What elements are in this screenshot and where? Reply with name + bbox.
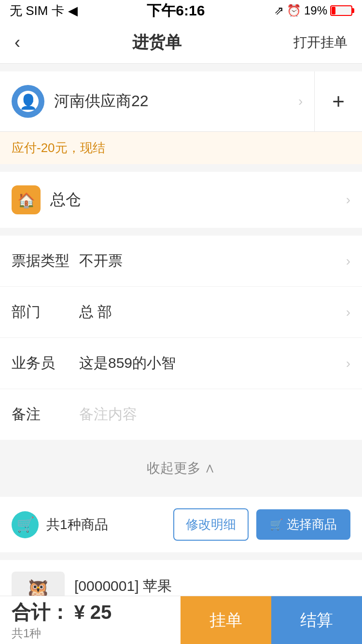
sales-label: 业务员	[12, 353, 79, 373]
total-amount: 合计： ¥ 25	[12, 599, 169, 626]
select-product-button[interactable]: 🛒 选择商品	[256, 509, 350, 540]
sim-label: 无 SIM 卡	[10, 2, 64, 19]
supplier-name: 河南供应商22	[54, 91, 298, 112]
remark-row[interactable]: 备注 备注内容	[0, 389, 362, 440]
warehouse-name: 总仓	[50, 189, 346, 210]
dept-chevron: ›	[346, 305, 350, 320]
open-pending-button[interactable]: 打开挂单	[293, 33, 348, 52]
select-product-label: 选择商品	[287, 516, 337, 533]
products-count: 共1种商品	[46, 516, 166, 534]
cart-icon: 🛒	[16, 516, 34, 533]
chevron-right-icon: ›	[298, 94, 303, 109]
supplier-section: 👤 河南供应商22 › +	[0, 71, 362, 132]
alarm-icon: ⏰	[287, 4, 301, 17]
status-time: 下午6:16	[147, 1, 205, 21]
warehouse-icon-wrap: 🏠	[12, 185, 41, 214]
products-header: 🛒 共1种商品 修改明细 🛒 选择商品	[0, 497, 362, 552]
notice-bar: 应付-20元，现结	[0, 132, 362, 164]
sales-chevron: ›	[346, 356, 350, 371]
status-right: ⇗ ⏰ 19%	[274, 4, 352, 17]
supplier-select[interactable]: 👤 河南供应商22 ›	[0, 71, 315, 131]
form-section: 票据类型 不开票 › 部门 总 部 › 业务员 这是859的小智 › 备注 备注…	[0, 236, 362, 440]
dept-value: 总 部	[79, 302, 346, 322]
product-name: [0000001] 苹果	[74, 576, 312, 596]
product-title: 苹果	[143, 578, 172, 594]
sales-row[interactable]: 业务员 这是859的小智 ›	[0, 338, 362, 389]
ticket-type-label: 票据类型	[12, 251, 79, 271]
select-product-icon: 🛒	[270, 518, 283, 531]
person-icon: 👤	[19, 93, 37, 110]
page-title: 进货单	[132, 31, 181, 54]
warehouse-chevron-icon: ›	[346, 192, 350, 208]
status-bar: 无 SIM 卡 ◀ 下午6:16 ⇗ ⏰ 19%	[0, 0, 362, 21]
total-count: 共1种	[12, 626, 169, 641]
warehouse-section[interactable]: 🏠 总仓 ›	[0, 172, 362, 228]
bottom-bar: 合计： ¥ 25 共1种 挂单 结算	[0, 596, 362, 644]
total-label: 合计：	[12, 602, 70, 623]
person-icon-wrap: 👤	[17, 91, 39, 112]
product-code: [0000001]	[74, 578, 139, 594]
nav-bar: ‹ 进货单 打开挂单	[0, 21, 362, 64]
wifi-icon: ◀	[68, 3, 78, 18]
warehouse-icon: 🏠	[17, 192, 35, 209]
add-supplier-button[interactable]: +	[315, 71, 362, 131]
dept-label: 部门	[12, 302, 79, 322]
back-button[interactable]: ‹	[14, 32, 20, 53]
total-value: ¥ 25	[74, 602, 111, 623]
products-icon-wrap: 🛒	[12, 511, 39, 538]
edit-detail-button[interactable]: 修改明细	[173, 508, 249, 541]
supplier-avatar: 👤	[12, 85, 44, 118]
collapse-button[interactable]: 收起更多 ∧	[0, 448, 362, 489]
dept-row[interactable]: 部门 总 部 ›	[0, 287, 362, 338]
remark-input[interactable]: 备注内容	[79, 405, 350, 424]
ticket-type-value: 不开票	[79, 251, 346, 271]
ticket-type-chevron: ›	[346, 253, 350, 269]
notice-text: 应付-20元，现结	[12, 140, 105, 155]
remark-label: 备注	[12, 405, 79, 424]
battery-percent: 19%	[304, 4, 327, 17]
status-left: 无 SIM 卡 ◀	[10, 2, 78, 19]
hang-button[interactable]: 挂单	[181, 596, 271, 644]
ticket-type-row[interactable]: 票据类型 不开票 ›	[0, 236, 362, 287]
battery-icon	[330, 5, 352, 16]
checkout-button[interactable]: 结算	[271, 596, 362, 644]
total-section: 合计： ¥ 25 共1种	[0, 596, 181, 644]
location-icon: ⇗	[274, 4, 284, 17]
sales-value: 这是859的小智	[79, 353, 346, 373]
